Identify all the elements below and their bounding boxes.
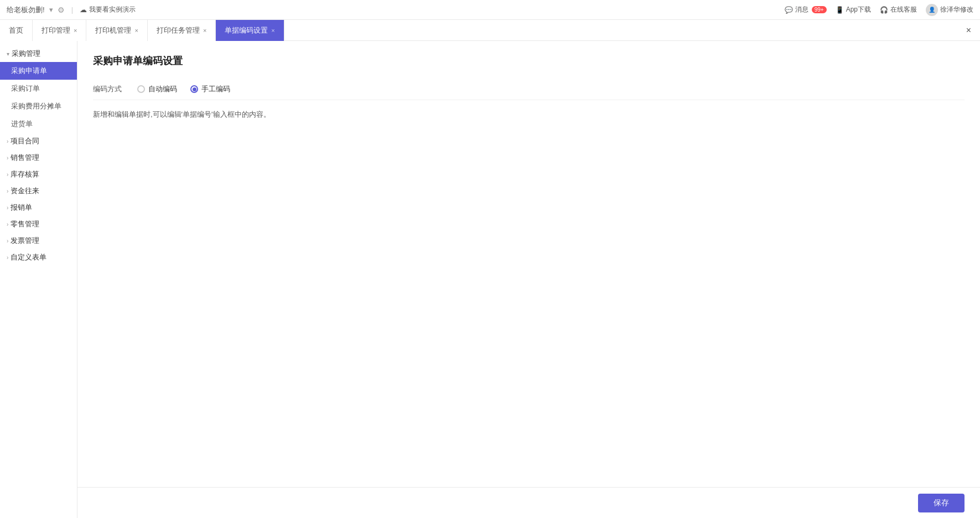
tab-print-task-mgmt[interactable]: 打印任务管理 × [148, 20, 216, 41]
chevron-down-icon: ▾ [7, 51, 9, 57]
tab-close-barcode-setting[interactable]: × [271, 27, 274, 34]
main-layout: ▾ 采购管理 采购申请单 采购订单 采购费用分摊单 进货单 › 项目合同 › 销… [0, 41, 980, 518]
chevron-right-icon: › [7, 188, 8, 194]
page-title: 采购申请单编码设置 [93, 54, 965, 68]
tab-barcode-setting[interactable]: 单据编码设置 × [216, 20, 284, 41]
sidebar-group-returns[interactable]: › 报销单 [0, 199, 77, 216]
content-inner: 采购申请单编码设置 编码方式 自动编码 手工编码 新增和编辑单据时,可以编辑'单… [77, 41, 980, 487]
message-button[interactable]: 💬 消息 99+ [785, 5, 827, 14]
gear-icon[interactable]: ⚙ [58, 6, 65, 14]
content-area: 采购申请单编码设置 编码方式 自动编码 手工编码 新增和编辑单据时,可以编辑'单… [77, 41, 980, 518]
top-bar: 给老板勿删! ▾ ⚙ | ☁ 我要看实例演示 💬 消息 99+ 📱 App下载 … [0, 0, 980, 20]
avatar: 👤 [926, 4, 938, 16]
sidebar: ▾ 采购管理 采购申请单 采购订单 采购费用分摊单 进货单 › 项目合同 › 销… [0, 41, 77, 518]
sidebar-group-procurement[interactable]: ▾ 采购管理 [0, 45, 77, 62]
encoding-mode-row: 编码方式 自动编码 手工编码 [93, 79, 965, 100]
message-icon: 💬 [785, 6, 793, 14]
phone-icon: 📱 [836, 6, 844, 14]
message-badge: 99+ [812, 6, 827, 13]
chevron-right-icon: › [7, 221, 8, 227]
sidebar-item-purchase-receipt[interactable]: 进货单 [0, 115, 77, 133]
chevron-right-icon: › [7, 138, 8, 144]
auto-encoding-radio[interactable] [137, 85, 145, 93]
sidebar-item-purchase-expense[interactable]: 采购费用分摊单 [0, 97, 77, 115]
tab-bar: 首页 打印管理 × 打印机管理 × 打印任务管理 × 单据编码设置 × × [0, 20, 980, 41]
top-bar-right: 💬 消息 99+ 📱 App下载 🎧 在线客服 👤 徐泽华修改 [785, 4, 973, 16]
sidebar-item-purchase-order[interactable]: 采购订单 [0, 80, 77, 97]
sidebar-group-invoice[interactable]: › 发票管理 [0, 232, 77, 249]
chevron-right-icon: › [7, 238, 8, 244]
tab-close-printer-mgmt[interactable]: × [134, 27, 138, 34]
tab-close-print-task-mgmt[interactable]: × [203, 27, 206, 34]
demo-link[interactable]: ☁ 我要看实例演示 [80, 5, 136, 14]
cloud-icon: ☁ [80, 6, 87, 14]
encoding-mode-label: 编码方式 [93, 84, 137, 94]
sidebar-group-project-contract[interactable]: › 项目合同 [0, 133, 77, 149]
sidebar-group-sales-mgmt[interactable]: › 销售管理 [0, 149, 77, 166]
chevron-down-icon[interactable]: ▾ [49, 6, 53, 14]
tab-close-print-mgmt[interactable]: × [74, 27, 77, 34]
manual-encoding-radio[interactable] [190, 85, 198, 93]
headset-icon: 🎧 [880, 6, 888, 14]
manual-encoding-option[interactable]: 手工编码 [190, 84, 230, 94]
chevron-right-icon: › [7, 155, 8, 161]
sidebar-group-custom-form[interactable]: › 自定义表单 [0, 249, 77, 266]
top-bar-left: 给老板勿删! ▾ ⚙ | ☁ 我要看实例演示 [7, 5, 136, 15]
sidebar-group-capital[interactable]: › 资金往来 [0, 183, 77, 199]
chevron-right-icon: › [7, 205, 8, 211]
save-button[interactable]: 保存 [918, 494, 965, 512]
sidebar-group-retail[interactable]: › 零售管理 [0, 216, 77, 232]
chevron-right-icon: › [7, 172, 8, 178]
tab-home[interactable]: 首页 [0, 20, 33, 41]
bottom-bar: 保存 [77, 487, 980, 518]
sidebar-item-purchase-request[interactable]: 采购申请单 [0, 62, 77, 80]
encoding-mode-radio-group: 自动编码 手工编码 [137, 84, 230, 94]
tab-print-mgmt[interactable]: 打印管理 × [33, 20, 86, 41]
app-download-button[interactable]: 📱 App下载 [836, 5, 871, 14]
user-menu[interactable]: 👤 徐泽华修改 [926, 4, 973, 16]
online-service-button[interactable]: 🎧 在线客服 [880, 5, 917, 14]
tab-printer-mgmt[interactable]: 打印机管理 × [86, 20, 147, 41]
brand-text: 给老板勿删! [7, 5, 45, 15]
sidebar-group-inventory[interactable]: › 库存核算 [0, 166, 77, 183]
auto-encoding-option[interactable]: 自动编码 [137, 84, 177, 94]
window-close-button[interactable]: × [957, 25, 980, 35]
chevron-right-icon: › [7, 255, 8, 261]
hint-text: 新增和编辑单据时,可以编辑'单据编号'输入框中的内容。 [93, 109, 965, 121]
